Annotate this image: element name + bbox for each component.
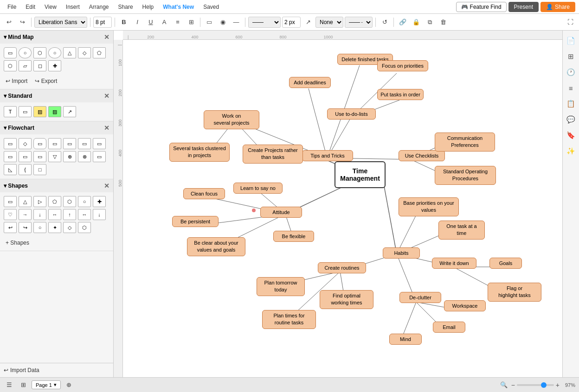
shape-arrow[interactable]: ↗ [63, 106, 76, 117]
node-flag-highlight[interactable]: Flag orhighlight tasks [488, 283, 541, 302]
fullscreen-button[interactable]: ⛶ [564, 16, 576, 28]
grid-view-button[interactable]: ⊞ [18, 379, 29, 391]
node-one-task[interactable]: One task at atime [438, 221, 485, 240]
sh-hexagon[interactable]: ⬡ [63, 196, 76, 207]
sh-hexagon2[interactable]: ⬡ [78, 222, 91, 233]
fc-rect6[interactable]: ▭ [4, 151, 17, 162]
panel-standard-close[interactable]: ✕ [104, 92, 109, 100]
sh-arrow-back[interactable]: ↩ [4, 222, 17, 233]
align-button[interactable]: ≡ [172, 16, 184, 28]
lock-button[interactable]: 🔒 [410, 16, 422, 28]
import-button[interactable]: ↩ Import [4, 77, 29, 85]
present-button[interactable]: Present [508, 2, 539, 12]
feature-find-button[interactable]: 🎮 Feature Find [456, 2, 507, 12]
menu-arrange[interactable]: Arrange [85, 2, 113, 12]
node-focus-priorities[interactable]: Focus on priorities [377, 60, 428, 71]
sh-arrow-lr[interactable]: ↔ [48, 209, 61, 220]
node-clean-focus[interactable]: Clean focus [183, 188, 225, 199]
rp-clock-icon[interactable]: 🕐 [565, 66, 578, 79]
shape-ellipse[interactable]: ○ [19, 47, 32, 58]
refresh-button[interactable]: ↺ [379, 16, 391, 28]
import-data-button[interactable]: ↩ Import Data [4, 367, 39, 373]
node-put-tasks-order[interactable]: Put tasks in order [377, 89, 424, 100]
fc-rect2[interactable]: ▭ [48, 138, 61, 149]
panel-standard-header[interactable]: ▾ Standard ✕ [0, 89, 113, 102]
shape-diamond[interactable]: ◇ [78, 47, 91, 58]
node-plan-times[interactable]: Plan times forroutine tasks [262, 310, 316, 329]
panel-mind-map-header[interactable]: ▾ Mind Map ✕ [0, 31, 113, 44]
panel-shapes-header[interactable]: ▾ Shapes ✕ [0, 179, 113, 192]
node-workspace[interactable]: Workspace [444, 300, 486, 311]
menu-view[interactable]: View [41, 2, 60, 12]
shape-triangle[interactable]: △ [63, 47, 76, 58]
node-write-down[interactable]: Write it down [432, 258, 476, 269]
sh-arrow-right[interactable]: → [19, 209, 32, 220]
node-goals[interactable]: Goals [489, 258, 522, 269]
sh-circle2[interactable]: ○ [33, 222, 46, 233]
line-color-button[interactable]: — [230, 16, 242, 28]
add-page-button[interactable]: ⊕ [64, 379, 75, 391]
menu-share[interactable]: Share [115, 2, 137, 12]
node-find-optimal[interactable]: Find optimalworking times [320, 290, 373, 309]
shape-rounded-rect[interactable]: ▭ [4, 47, 17, 58]
share-button[interactable]: 👤 Share [540, 2, 575, 12]
connection-style-select[interactable]: ——→ [345, 17, 373, 28]
fc-rect4[interactable]: ▭ [78, 138, 91, 149]
canvas-wrapper[interactable]: | 200 400 600 800 1000 | 100 200 300 400… [114, 31, 562, 377]
menu-edit[interactable]: Edit [22, 2, 39, 12]
font-color-button[interactable]: A [158, 16, 170, 28]
sh-arrow-down[interactable]: ↓ [33, 209, 46, 220]
fc-empty[interactable]: □ [33, 164, 46, 175]
node-comm-prefs[interactable]: CommunicationPreferences [435, 133, 495, 152]
node-create-projects[interactable]: Create Projects ratherthan tasks [243, 145, 303, 164]
font-select[interactable]: Liberation Sans [34, 17, 87, 28]
panel-shapes-close[interactable]: ✕ [104, 182, 109, 190]
node-attitude[interactable]: Attitude [260, 207, 302, 218]
panel-mind-map-close[interactable]: ✕ [104, 33, 109, 41]
export-button[interactable]: ↪ Export [33, 77, 59, 85]
node-habits[interactable]: Habits [383, 247, 420, 259]
fc-cross-circle[interactable]: ⊕ [63, 151, 76, 162]
node-tips[interactable]: Tips and Tricks [302, 150, 353, 161]
node-use-checklists[interactable]: Use Checklists [399, 150, 445, 161]
fc-triangle[interactable]: ▽ [48, 151, 61, 162]
fc-rect9[interactable]: ▭ [93, 151, 106, 162]
menu-file[interactable]: File [4, 2, 20, 12]
shape-square[interactable]: ◻ [33, 60, 46, 71]
fc-rounded[interactable]: ▭ [33, 138, 46, 149]
sh-plus[interactable]: ✚ [93, 196, 106, 207]
node-use-todo[interactable]: Use to-do-lists [327, 108, 376, 120]
shape-text[interactable]: T [4, 106, 17, 117]
rp-layers-icon[interactable]: ≡ [565, 82, 578, 95]
sh-arrow-lr2[interactable]: ↔ [78, 209, 91, 220]
sh-arrow-fwd[interactable]: ↪ [19, 222, 32, 233]
shape-hexagon2[interactable]: ⬡ [4, 60, 17, 71]
node-base-priorities[interactable]: Base priorities on yourvalues [399, 197, 459, 216]
rp-document-icon[interactable]: 📋 [565, 97, 578, 110]
node-add-deadlines[interactable]: Add deadlines [289, 77, 331, 88]
sh-circle[interactable]: ○ [78, 196, 91, 207]
node-be-persistent[interactable]: Be persistent [172, 216, 219, 227]
fill-button[interactable]: ◉ [217, 16, 229, 28]
page-tab[interactable]: Page 1 ▾ [32, 380, 61, 389]
shape-pentagon[interactable]: ⬠ [93, 47, 106, 58]
canvas[interactable]: Time Management Tips and Tricks Delete f… [123, 40, 562, 377]
delete-button[interactable]: 🗑 [437, 16, 449, 28]
node-create-routines[interactable]: Create routines [318, 262, 366, 273]
panel-flowchart-close[interactable]: ✕ [104, 124, 109, 132]
zoom-slider[interactable] [517, 384, 554, 386]
link-button[interactable]: 🔗 [397, 16, 409, 28]
underline-button[interactable]: U [145, 16, 157, 28]
rp-grid-icon[interactable]: ⊞ [565, 50, 578, 63]
zoom-slider-thumb[interactable] [541, 382, 547, 388]
undo-button[interactable]: ↩ [3, 16, 15, 28]
sh-arrow-r[interactable]: ▷ [33, 196, 46, 207]
shape-circle[interactable]: ○ [48, 47, 61, 58]
menu-help[interactable]: Help [139, 2, 158, 12]
fc-cross-x[interactable]: ⊗ [78, 151, 91, 162]
shape-sticky2[interactable]: ▨ [48, 106, 61, 117]
node-be-flexible[interactable]: Be flexible [273, 231, 314, 242]
rp-magic-icon[interactable]: ✨ [565, 145, 578, 158]
node-several-clustered[interactable]: Several tasks clusteredin projects [169, 143, 230, 162]
node-learn-say-no[interactable]: Learn to say no [233, 183, 283, 194]
